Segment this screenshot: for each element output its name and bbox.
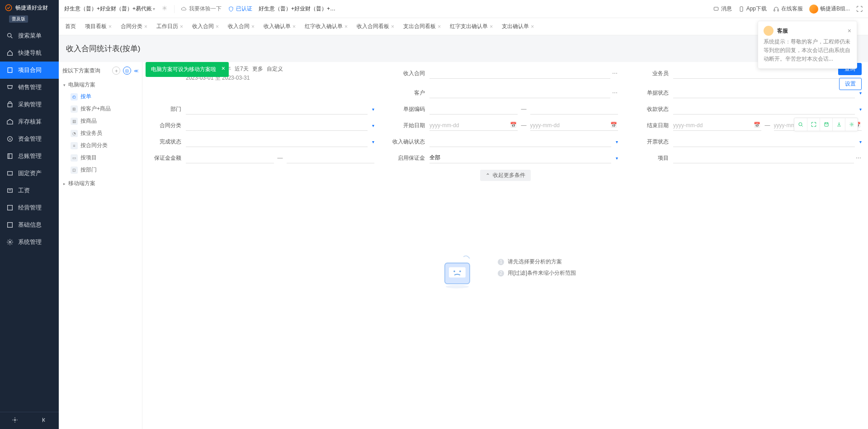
input-income-contract[interactable] [429, 68, 610, 79]
sidebar-item-search[interactable]: 搜索菜单 [0, 27, 59, 44]
select-income-confirm[interactable] [429, 136, 611, 147]
verified-badge[interactable]: 已认证 [228, 5, 252, 13]
add-scheme-button[interactable]: ＋ [112, 67, 120, 75]
float-refresh[interactable] [794, 118, 807, 131]
float-export[interactable] [832, 118, 845, 131]
more-icon[interactable]: ⋯ [612, 70, 618, 76]
user-menu[interactable]: 畅捷通B组... [809, 5, 850, 14]
breadcrumb[interactable]: 好生意（普）+好业财（普）+易代账▾ [64, 5, 155, 13]
float-expand[interactable] [807, 118, 820, 131]
chevron-down-icon[interactable]: ▾ [613, 156, 618, 161]
date-tab-7d[interactable]: 近7天 [235, 65, 249, 73]
tool-message[interactable]: 消息 [713, 5, 732, 13]
tab-close-button[interactable]: × [180, 24, 183, 30]
chevron-down-icon[interactable]: ▾ [857, 91, 862, 95]
calendar-icon[interactable]: 📅 [754, 122, 760, 128]
tab-close-button[interactable]: × [531, 24, 534, 30]
tab-close-button[interactable]: × [344, 24, 348, 30]
more-icon[interactable]: ⋯ [856, 155, 862, 161]
sidebar-item-salary[interactable]: 工资 [0, 182, 59, 199]
tab-item[interactable]: 支出合同看板× [399, 18, 445, 35]
chevron-down-icon[interactable]: ▾ [369, 139, 374, 144]
close-tip-button[interactable]: × [222, 65, 225, 72]
tab-close-button[interactable]: × [490, 24, 493, 30]
kefu-close-button[interactable]: × [848, 27, 851, 34]
sidebar-item-purchase[interactable]: 采购管理 [0, 96, 59, 113]
calendar-icon[interactable]: 📅 [610, 122, 617, 128]
input-end-from[interactable] [673, 120, 761, 131]
tab-close-button[interactable]: × [438, 24, 441, 30]
select-complete-status[interactable] [186, 136, 368, 147]
scheme-item[interactable]: ⊡按部门 [69, 164, 138, 176]
tab-close-button[interactable]: × [144, 24, 147, 30]
input-deposit-from[interactable] [186, 153, 274, 163]
input-start-to[interactable] [530, 120, 618, 131]
chevron-down-icon[interactable]: ▾ [369, 123, 374, 128]
input-start-from[interactable] [429, 120, 518, 131]
sidebar-item-project-contract[interactable]: 项目合同 [0, 62, 59, 79]
input-project[interactable] [673, 153, 854, 163]
sidebar-item-finance[interactable]: ¥资金管理 [0, 130, 59, 148]
sidebar-item-assets[interactable]: 固定资产 [0, 165, 59, 182]
input-customer[interactable] [429, 87, 610, 98]
tab-item[interactable]: 收入确认单× [259, 18, 300, 35]
sidebar-item-shortcut[interactable]: 快捷导航 [0, 44, 59, 62]
tab-close-button[interactable]: × [216, 24, 219, 30]
fullscreen-button[interactable]: ⛶ [856, 5, 863, 13]
input-deposit-to[interactable] [287, 153, 375, 163]
sidebar-item-basic[interactable]: 基础信息 [0, 216, 59, 234]
collapse-more-button[interactable]: ⌃收起更多条件 [480, 170, 531, 181]
topbar-gear[interactable] [161, 5, 168, 13]
scheme-item[interactable]: ◴按单 [69, 91, 138, 103]
scheme-group-mobile[interactable]: ▸移动端方案 [62, 178, 138, 189]
sidebar-item-stock[interactable]: 库存核算 [0, 113, 59, 130]
scheme-item[interactable]: ▭按项目 [69, 152, 138, 164]
sidebar-item-sales[interactable]: 销售管理 [0, 79, 59, 96]
float-save[interactable] [820, 118, 832, 131]
sidebar-item-operation[interactable]: 经营管理 [0, 199, 59, 216]
chevron-down-icon[interactable]: ▾ [857, 107, 862, 112]
tab-item[interactable]: 工作日历× [152, 18, 188, 35]
tool-kefu[interactable]: 在线客服 [773, 5, 803, 13]
tab-close-button[interactable]: × [251, 24, 255, 30]
tab-item[interactable]: 收入合同× [188, 18, 223, 35]
chevron-down-icon[interactable]: ▾ [369, 107, 374, 112]
tab-close-button[interactable]: × [292, 24, 296, 30]
tab-item[interactable]: 收入合同× [223, 18, 259, 35]
tab-item[interactable]: 合同分类× [116, 18, 152, 35]
tab-close-button[interactable]: × [391, 24, 394, 30]
calendar-icon[interactable]: 📅 [510, 122, 517, 128]
date-tab-custom[interactable]: 自定义 [267, 65, 283, 73]
filter-settings-button[interactable]: 设置 [839, 78, 862, 90]
input-salesman[interactable] [673, 68, 854, 79]
tab-item[interactable]: 首页 [61, 18, 80, 35]
tab-close-button[interactable]: × [108, 24, 112, 30]
collapse-sidebar-button[interactable] [29, 412, 59, 429]
input-bill-no-from[interactable] [429, 104, 518, 114]
settings-button[interactable] [0, 412, 29, 429]
chevron-down-icon[interactable]: ▾ [857, 139, 862, 144]
select-use-deposit[interactable] [429, 153, 611, 163]
float-settings[interactable] [845, 118, 858, 131]
try-link[interactable]: 我要体验一下 [181, 5, 222, 13]
sidebar-item-system[interactable]: 系统管理 [0, 234, 59, 251]
select-dept[interactable] [186, 104, 368, 114]
select-contract-cat[interactable] [186, 120, 368, 131]
scheme-item[interactable]: ▥按商品 [69, 115, 138, 127]
tool-app[interactable]: App下载 [738, 5, 767, 13]
more-icon[interactable]: ⋯ [612, 90, 618, 96]
sidebar-item-ledger[interactable]: 总账管理 [0, 148, 59, 165]
select-collect-status[interactable] [673, 104, 855, 114]
select-invoice-status[interactable] [673, 136, 855, 147]
date-tab-more[interactable]: 更多 [252, 65, 263, 73]
chevron-down-icon[interactable]: ▾ [613, 139, 618, 144]
tab-item[interactable]: 红字收入确认单× [300, 18, 352, 35]
scheme-group-pc[interactable]: ▾电脑端方案 [62, 79, 138, 91]
input-bill-no-to[interactable] [530, 104, 618, 114]
collapse-scheme-button[interactable]: ≪ [134, 68, 138, 73]
select-bill-status[interactable] [673, 87, 855, 98]
scheme-target-button[interactable]: ◎ [123, 67, 131, 75]
scheme-item[interactable]: ⊞按客户+商品 [69, 103, 138, 115]
scheme-item[interactable]: ≡按合同分类 [69, 139, 138, 152]
scheme-item[interactable]: ◔按业务员 [69, 127, 138, 139]
